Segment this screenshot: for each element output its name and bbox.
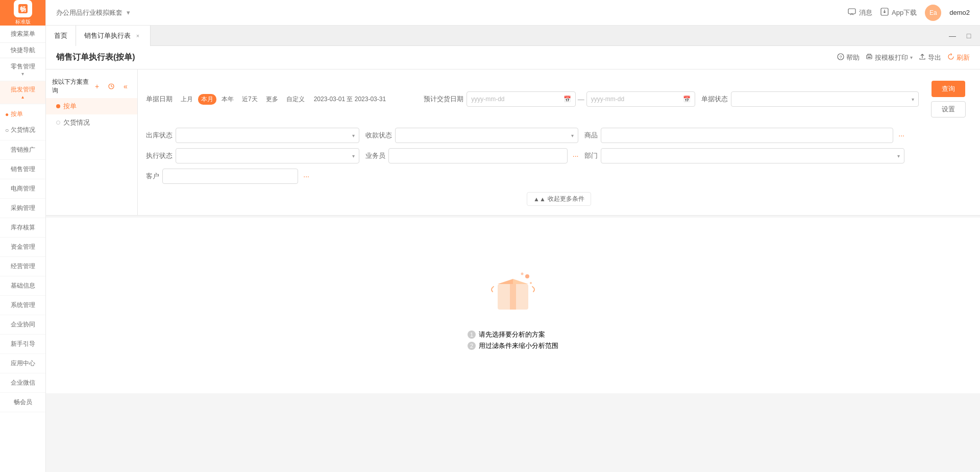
tab-close-icon[interactable]: × bbox=[134, 32, 142, 40]
department-select[interactable]: ▾ bbox=[601, 148, 904, 163]
calendar-icon-end: 📅 bbox=[683, 96, 691, 103]
search-label: 搜索菜单 bbox=[3, 30, 42, 38]
refresh-button[interactable]: 刷新 bbox=[947, 53, 970, 62]
expected-date-end-input[interactable]: yyyy-mm-dd 📅 bbox=[586, 91, 696, 107]
print-button[interactable]: 按模板打印 ▾ bbox=[866, 53, 913, 62]
date-tab-last-month[interactable]: 上月 bbox=[178, 94, 196, 105]
date-tab-7days[interactable]: 近7天 bbox=[239, 94, 261, 105]
filter-row-1: 单据日期 上月 本月 本年 近7天 更多 自定义 2023-03-01 至 20… bbox=[146, 76, 972, 123]
sidebar-item-quicknav[interactable]: 快捷导航 bbox=[0, 43, 45, 58]
empty-tip-1: 1 请先选择要分析的方案 bbox=[468, 330, 558, 339]
expected-date-start-input[interactable]: yyyy-mm-dd 📅 bbox=[467, 91, 576, 107]
submenu-label-2: 欠货情况 bbox=[11, 126, 35, 134]
tab-home[interactable]: 首页 bbox=[46, 26, 76, 46]
query-button[interactable]: 查询 bbox=[932, 81, 965, 97]
edit-scheme-button[interactable] bbox=[106, 81, 117, 92]
sidebar-item-finance[interactable]: 资金管理 bbox=[0, 238, 45, 257]
sales-order-tab-label: 销售订单执行表 bbox=[84, 31, 131, 40]
salesperson-field: 业务员 ··· bbox=[365, 148, 579, 163]
customer-input[interactable] bbox=[162, 169, 298, 184]
svg-rect-7 bbox=[868, 57, 871, 58]
execution-status-field: 执行状态 ▾ bbox=[146, 148, 359, 163]
sidebar-item-system[interactable]: 系统管理 bbox=[0, 296, 45, 315]
print-arrow-icon[interactable]: ▾ bbox=[910, 55, 913, 60]
submenu-item-按单[interactable]: ● 按单 bbox=[0, 106, 45, 122]
salesperson-input[interactable] bbox=[388, 148, 568, 163]
date-tab-this-month[interactable]: 本月 bbox=[198, 94, 216, 105]
sidebar-item-ecommerce[interactable]: 电商管理 bbox=[0, 179, 45, 199]
empty-tip-2: 2 用过滤条件来缩小分析范围 bbox=[468, 341, 558, 350]
scheme-item-欠货[interactable]: 欠货情况 bbox=[46, 114, 137, 131]
collapse-row: ▲▲ 收起更多条件 bbox=[146, 189, 972, 209]
page-header: 销售订单执行表(按单) ? 帮助 按模板打印 ▾ bbox=[46, 46, 980, 69]
date-field: 单据日期 上月 本月 本年 近7天 更多 自定义 2023-03-01 至 20… bbox=[146, 94, 418, 105]
breadcrumb-arrow-icon[interactable]: ▾ bbox=[127, 9, 130, 16]
sidebar-item-newbie[interactable]: 新手引导 bbox=[0, 335, 45, 354]
svg-rect-10 bbox=[510, 284, 516, 310]
active-scheme-dot bbox=[56, 104, 60, 108]
window-maximize-button[interactable]: □ bbox=[962, 29, 976, 43]
submenu-label-1: 按单 bbox=[11, 110, 23, 119]
order-status-select[interactable]: ▾ bbox=[731, 91, 919, 107]
sidebar-item-appstore[interactable]: 应用中心 bbox=[0, 354, 45, 373]
tab-sales-order[interactable]: 销售订单执行表 × bbox=[76, 26, 151, 46]
app-download-button[interactable]: App下载 bbox=[880, 8, 917, 17]
customer-dots-button[interactable]: ··· bbox=[303, 172, 309, 180]
filter-row-3: 执行状态 ▾ 业务员 ··· 部门 bbox=[146, 148, 972, 163]
sidebar-item-inventory[interactable]: 库存核算 bbox=[0, 218, 45, 238]
app-logo[interactable]: 畅 标准版 bbox=[0, 0, 45, 26]
settings-button[interactable]: 设置 bbox=[931, 101, 966, 117]
collapse-button[interactable]: ▲▲ 收起更多条件 bbox=[527, 192, 591, 206]
scheme-icon-2 bbox=[56, 121, 60, 125]
sidebar-item-wechat[interactable]: 企业微信 bbox=[0, 373, 45, 393]
export-button[interactable]: 导出 bbox=[919, 53, 941, 62]
submenu-item-欠货[interactable]: ○ 欠货情况 bbox=[0, 122, 45, 138]
sidebar-item-retail[interactable]: 零售管理 ▾ bbox=[0, 58, 45, 81]
salesperson-dots-button[interactable]: ··· bbox=[573, 152, 579, 160]
window-minimize-button[interactable]: — bbox=[945, 29, 960, 43]
wholesale-submenu: ● 按单 ○ 欠货情况 bbox=[0, 104, 45, 140]
empty-state: 1 请先选择要分析的方案 2 用过滤条件来缩小分析范围 bbox=[46, 218, 980, 393]
goods-input[interactable] bbox=[601, 128, 893, 143]
salesperson-label: 业务员 bbox=[365, 151, 385, 160]
tip2-text: 用过滤条件来缩小分析范围 bbox=[479, 341, 558, 350]
filter-row-2: 出库状态 ▾ 收款状态 ▾ 商品 bbox=[146, 128, 972, 143]
tabbar: 首页 销售订单执行表 × — □ bbox=[46, 26, 980, 46]
sidebar-item-basic[interactable]: 基础信息 bbox=[0, 276, 45, 296]
help-button[interactable]: ? 帮助 bbox=[837, 53, 860, 62]
payment-status-select[interactable]: ▾ bbox=[395, 128, 579, 143]
scheme-label-1: 按单 bbox=[63, 102, 77, 111]
department-field: 部门 ▾ bbox=[584, 148, 904, 163]
svg-point-12 bbox=[530, 282, 532, 284]
sidebar-item-sales[interactable]: 销售管理 bbox=[0, 160, 45, 179]
sidebar-item-enterprise[interactable]: 企业协同 bbox=[0, 315, 45, 335]
sidebar-item-wholesale[interactable]: 批发管理 ▴ bbox=[0, 81, 45, 104]
date-range-display: 2023-03-01 至 2023-03-31 bbox=[314, 95, 386, 104]
collapse-sidebar-button[interactable]: « bbox=[120, 81, 131, 92]
user-avatar[interactable]: Ea bbox=[925, 5, 941, 21]
sidebar-item-purchase[interactable]: 采购管理 bbox=[0, 199, 45, 218]
add-scheme-button[interactable]: + bbox=[91, 81, 103, 92]
calendar-icon-start: 📅 bbox=[564, 96, 571, 103]
topbar-right-actions: 消息 App下载 Ea demo2 bbox=[848, 5, 970, 21]
sidebar-item-member[interactable]: 畅会员 bbox=[0, 393, 45, 412]
filter-sidebar: 按以下方案查询 + « 按单 欠货情况 bbox=[46, 69, 138, 215]
username-label[interactable]: demo2 bbox=[949, 9, 970, 16]
date-tab-this-year[interactable]: 本年 bbox=[218, 94, 237, 105]
execution-status-select[interactable]: ▾ bbox=[176, 148, 359, 163]
goods-dots-button[interactable]: ··· bbox=[898, 131, 904, 139]
help-label: 帮助 bbox=[846, 53, 860, 62]
svg-rect-2 bbox=[848, 9, 855, 14]
sidebar-item-operations[interactable]: 经营管理 bbox=[0, 257, 45, 276]
date-tab-custom[interactable]: 自定义 bbox=[283, 94, 308, 105]
sidebar-item-marketing[interactable]: 营销推广 bbox=[0, 140, 45, 160]
date-tab-more[interactable]: 更多 bbox=[263, 94, 281, 105]
wholesale-arrow: ▴ bbox=[21, 94, 24, 100]
page-title: 销售订单执行表(按单) bbox=[56, 52, 135, 63]
export-icon bbox=[919, 53, 926, 62]
wholesale-label: 批发管理 bbox=[11, 85, 35, 94]
delivery-status-select[interactable]: ▾ bbox=[176, 128, 359, 143]
messages-button[interactable]: 消息 bbox=[848, 8, 872, 17]
scheme-item-按单[interactable]: 按单 bbox=[46, 98, 137, 114]
sidebar-item-search[interactable]: 搜索菜单 bbox=[0, 26, 45, 43]
